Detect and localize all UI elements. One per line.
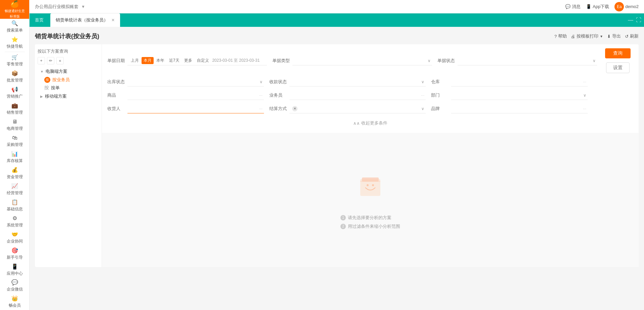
tab-sales-report[interactable]: 销货单统计表（按业务员） ✕ (50, 13, 120, 27)
help-btn[interactable]: ? 帮助 (554, 33, 567, 39)
tab-maximize-btn[interactable]: ⛶ (636, 17, 641, 23)
tab-minimize-btn[interactable]: — (628, 17, 633, 23)
date-tab-last-month[interactable]: 上月 (129, 57, 141, 64)
doc-type-arrow: ∨ (428, 58, 431, 63)
tab-home[interactable]: 首页 (30, 13, 49, 27)
sidebar-item-member[interactable]: 👑 畅会员 (0, 294, 30, 310)
retail-icon: 🛒 (11, 54, 18, 60)
template-print-label: 按模板打印 (577, 33, 598, 39)
warehouse-label: 仓库 (431, 79, 448, 85)
apps-icon: 📱 (11, 263, 18, 270)
sidebar-item-basic[interactable]: 📋 基础信息 (0, 197, 30, 213)
breadcrumb-dropdown-icon[interactable]: ▼ (81, 4, 85, 9)
empty-state-illustration (354, 169, 387, 208)
logo-text: 畅捷通好生意 (5, 9, 25, 13)
sidebar-item-apps[interactable]: 📱 应用中心 (0, 262, 30, 278)
message-btn[interactable]: 💬 消息 (565, 4, 581, 10)
filter-row-2: 出库状态 ∨ 收款状态 ∨ (107, 77, 633, 87)
scheme-by-order[interactable]: 按 按单 (42, 84, 99, 92)
sidebar-item-search[interactable]: 🔍 搜索菜单 (0, 19, 30, 35)
sidebar-label-wechat: 企业微信 (7, 287, 23, 292)
panel-body: 按以下方案查询 + ✏ « ▼ 电脑端方案 (35, 44, 639, 267)
sidebar-item-retail[interactable]: 🛒 零售管理 (0, 53, 30, 69)
svg-point-3 (372, 184, 374, 186)
left-scheme-panel: 按以下方案查询 + ✏ « ▼ 电脑端方案 (35, 44, 102, 267)
template-print-btn[interactable]: 🖨 按模板打印 ▼ (571, 33, 603, 39)
dept-control[interactable]: ∨ (451, 91, 588, 100)
sidebar-item-enterprise[interactable]: 🤝 企业协同 (0, 229, 30, 246)
filter-bottom: ∧∧ 收起更多条件 (107, 117, 633, 129)
export-btn[interactable]: ⬇ 导出 (607, 33, 621, 39)
quick-nav-icon: ⭐ (11, 36, 18, 43)
date-tab-more[interactable]: 更多 (182, 57, 194, 64)
header-right: 💬 消息 📱 App下载 Ea demo2 (565, 2, 639, 11)
sidebar-label-ecommerce: 电商管理 (7, 126, 23, 132)
date-tabs: 上月 本月 本年 近7天 更多 自定义 (129, 57, 211, 64)
payment-clear-btn[interactable]: ✕ (292, 106, 298, 111)
sidebar-item-quick[interactable]: ⭐ 快捷导航 (0, 35, 30, 51)
sidebar-item-finance[interactable]: 💰 资金管理 (0, 165, 30, 181)
sales-icon: 💼 (11, 102, 18, 109)
computer-group-label: 电脑端方案 (46, 68, 67, 74)
user-menu[interactable]: Ea demo2 (614, 2, 639, 11)
empty-state: 1 请先选择要分析的方案 2 用过滤条件来缩小分析范围 (340, 149, 400, 251)
filter-staff: 业务员 ··· (269, 91, 426, 100)
tab-close-icon[interactable]: ✕ (111, 18, 115, 22)
filter-payment: 结算方式 ✕ ∨ (269, 104, 426, 113)
product-control[interactable]: ··· (127, 91, 264, 100)
sidebar-item-purchase[interactable]: 🛍 采购管理 (0, 133, 30, 149)
collapse-conditions-btn[interactable]: ∧∧ 收起更多条件 (353, 120, 387, 126)
add-scheme-btn[interactable]: + (38, 57, 45, 64)
doc-status-label: 单据状态 (437, 58, 455, 64)
staff-control[interactable]: ··· (289, 91, 426, 100)
scheme-by-staff[interactable]: 按 按业务员 (42, 76, 99, 84)
doc-status-control[interactable]: ∨ (458, 56, 597, 65)
query-button[interactable]: 查询 (605, 48, 631, 58)
tab-bar: 首页 销货单统计表（按业务员） ✕ — ⛶ (30, 13, 644, 27)
page-title: 销货单统计表(按业务员) (35, 32, 99, 40)
tip-num-2: 2 (340, 224, 346, 229)
edit-scheme-btn[interactable]: ✏ (47, 57, 54, 64)
tip-text-1: 请先选择要分析的方案 (348, 213, 391, 222)
receiver-control[interactable]: ··· (127, 104, 264, 113)
out-status-control[interactable]: ∨ (127, 77, 264, 87)
out-status-label: 出库状态 (107, 79, 125, 85)
sidebar-label-retail: 零售管理 (7, 61, 23, 67)
collapse-scheme-btn[interactable]: « (56, 57, 64, 64)
sidebar-label-member: 畅会员 (9, 303, 21, 308)
sidebar-item-inventory[interactable]: 📊 库存核算 (0, 149, 30, 165)
refresh-btn[interactable]: ↺ 刷新 (625, 33, 639, 39)
tree-mobile-group[interactable]: ▶ 移动端方案 (38, 92, 99, 101)
brand-control[interactable]: ··· (451, 104, 588, 113)
collect-status-control[interactable]: ∨ (289, 77, 426, 87)
sidebar-item-ecommerce[interactable]: 🖥 电商管理 (0, 117, 30, 133)
date-control[interactable]: 上月 本月 本年 近7天 更多 自定义 2023-03-01 至 2023-03… (127, 56, 267, 65)
set-button[interactable]: 设置 (606, 62, 630, 73)
doc-type-control[interactable]: ∨ (292, 56, 432, 65)
payment-control[interactable]: ✕ ∨ (289, 104, 426, 113)
date-tab-this-month[interactable]: 本月 (142, 57, 154, 64)
empty-tip-2: 2 用过滤条件来缩小分析范围 (340, 222, 400, 231)
sidebar-item-marketing[interactable]: 📢 营销推广 (0, 85, 30, 101)
refresh-icon: ↺ (625, 34, 629, 39)
finance-icon: 💰 (11, 167, 18, 173)
empty-tips: 1 请先选择要分析的方案 2 用过滤条件来缩小分析范围 (340, 213, 400, 231)
sidebar-item-operation[interactable]: 📈 经营管理 (0, 181, 30, 197)
sidebar-item-newbie[interactable]: 🎯 新手引导 (0, 246, 30, 262)
mobile-group-label: 移动端方案 (45, 93, 67, 99)
date-tab-this-year[interactable]: 本年 (154, 57, 166, 64)
sidebar-item-wholesale[interactable]: 📦 批发管理 (0, 69, 30, 85)
date-tab-7days[interactable]: 近7天 (167, 57, 181, 64)
doc-status-arrow: ∨ (593, 58, 596, 63)
logo-icon: 🍊 (10, 0, 19, 8)
app-download-btn[interactable]: 📱 App下载 (586, 4, 609, 10)
date-label: 单据日期 (107, 58, 125, 64)
product-more: ··· (259, 93, 263, 98)
sidebar-item-sales[interactable]: 💼 销售管理 (0, 101, 30, 117)
date-tab-custom[interactable]: 自定义 (195, 57, 211, 64)
member-icon: 👑 (11, 295, 18, 302)
warehouse-control[interactable]: ··· (451, 77, 588, 87)
sidebar-item-system[interactable]: ⚙ 系统管理 (0, 213, 30, 229)
sidebar-item-wechat[interactable]: 💬 企业微信 (0, 278, 30, 294)
tree-computer-group[interactable]: ▼ 电脑端方案 (38, 67, 99, 76)
